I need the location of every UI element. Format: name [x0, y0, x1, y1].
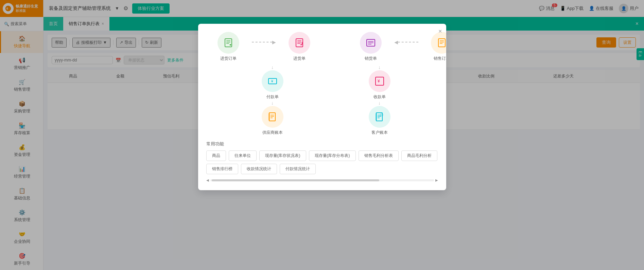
sales-slip-label: 销货单	[365, 56, 377, 61]
supplier-ledger-label: 供应商账本	[262, 130, 283, 136]
customer-ledger-label: 客户账本	[371, 130, 388, 136]
scroll-track-wrap	[209, 179, 435, 181]
common-btn-contacts[interactable]: 往来单位	[229, 150, 257, 161]
modal-scrollbar: ◀ ▶	[206, 178, 438, 182]
svg-text:¥: ¥	[271, 79, 273, 83]
svg-rect-14	[438, 39, 445, 47]
flow-item-customer-ledger[interactable]: 客户账本	[358, 106, 402, 136]
flow-modal: × 进货订单 ▶	[198, 24, 446, 190]
receipt-label: 收款单	[373, 94, 386, 100]
flow-item-purchase-order[interactable]: 进货订单	[206, 32, 250, 61]
common-section: 常用功能 商品 往来单位 现存量(库存状况表) 现存量(库存分布表) 销售毛利分…	[206, 141, 438, 174]
flow-item-sales-order[interactable]: 销售订单	[420, 32, 446, 61]
svg-rect-28	[376, 113, 377, 120]
common-buttons: 商品 往来单位 现存量(库存状况表) 现存量(库存分布表) 销售毛利分析表 商品…	[206, 150, 438, 161]
flow-item-sales-slip[interactable]: 销货单	[349, 32, 393, 61]
svg-rect-20	[269, 113, 275, 121]
flow-item-supplier-ledger[interactable]: 供应商账本	[250, 106, 295, 136]
scroll-arrows: ◀ ▶	[206, 178, 438, 182]
svg-rect-21	[268, 113, 270, 120]
sales-slip-circle	[360, 32, 382, 54]
common-btn-payment-stats[interactable]: 付款情况统计	[280, 164, 316, 174]
purchase-order-circle	[217, 32, 239, 54]
svg-point-32	[380, 113, 383, 116]
payment-circle: ¥	[262, 70, 283, 92]
common-section-title: 常用功能	[206, 141, 438, 147]
svg-text:¥: ¥	[377, 79, 380, 84]
payment-label: 付款单	[266, 94, 279, 100]
scroll-track	[210, 179, 434, 181]
purchase-slip-circle	[289, 32, 310, 54]
flow-item-receipt[interactable]: ¥ 收款单	[358, 70, 402, 100]
sales-order-circle	[431, 32, 446, 54]
arrow-down-sales-receipt: ↓	[378, 65, 381, 70]
flow-section: 进货订单 ▶ 进货单	[206, 32, 438, 136]
common-btn-product[interactable]: 商品	[206, 150, 226, 161]
common-buttons-row2: 销售排行榜 收款情况统计 付款情况统计	[206, 164, 438, 174]
customer-ledger-circle	[369, 106, 390, 128]
svg-rect-2	[225, 39, 232, 47]
arrow-down-payment-supplier: ↓	[271, 101, 274, 105]
arrow-down-receipt-customer: ↓	[378, 101, 381, 105]
scroll-right-arrow[interactable]: ▶	[435, 178, 438, 182]
flow-row-2-wrapper: ↓ ¥ 付款单 ↓ 供应商账本	[206, 64, 424, 136]
flow-col-right: ↓ ¥ 收款单 ↓ 客户账本	[335, 64, 424, 136]
flow-item-purchase-slip[interactable]: 进货单	[277, 32, 321, 61]
arrow-down-purchase-payment: ↓	[271, 65, 274, 70]
common-btn-receipt-stats[interactable]: 收款情况统计	[241, 164, 277, 174]
common-btn-stock-status[interactable]: 现存量(库存状况表)	[259, 150, 306, 161]
arrow-sales-order-to-slip: ▶	[394, 39, 418, 45]
purchase-slip-label: 进货单	[293, 56, 306, 61]
common-btn-sales-rank[interactable]: 销售排行榜	[206, 164, 238, 174]
arrow-purchase-to-slip: ▶	[252, 39, 276, 45]
modal-close-button[interactable]: ×	[438, 28, 442, 35]
common-btn-product-gross[interactable]: 商品毛利分析	[401, 150, 437, 161]
flow-item-payment[interactable]: ¥ 付款单	[250, 70, 295, 100]
common-btn-stock-dist[interactable]: 现存量(库存分布表)	[309, 150, 356, 161]
scroll-left-arrow[interactable]: ◀	[206, 178, 209, 182]
supplier-ledger-circle	[262, 106, 283, 128]
flow-col-left: ↓ ¥ 付款单 ↓ 供应商账本	[206, 64, 295, 136]
modal-overlay[interactable]: × 进货订单 ▶	[0, 0, 644, 270]
sales-order-label: 销售订单	[434, 56, 446, 61]
common-btn-sales-gross[interactable]: 销售毛利分析表	[359, 150, 399, 161]
flow-row-1: 进货订单 ▶ 进货单	[206, 32, 446, 61]
receipt-circle: ¥	[369, 70, 390, 92]
svg-rect-6	[296, 39, 303, 47]
scroll-thumb[interactable]	[212, 179, 380, 181]
purchase-order-label: 进货订单	[220, 56, 237, 61]
